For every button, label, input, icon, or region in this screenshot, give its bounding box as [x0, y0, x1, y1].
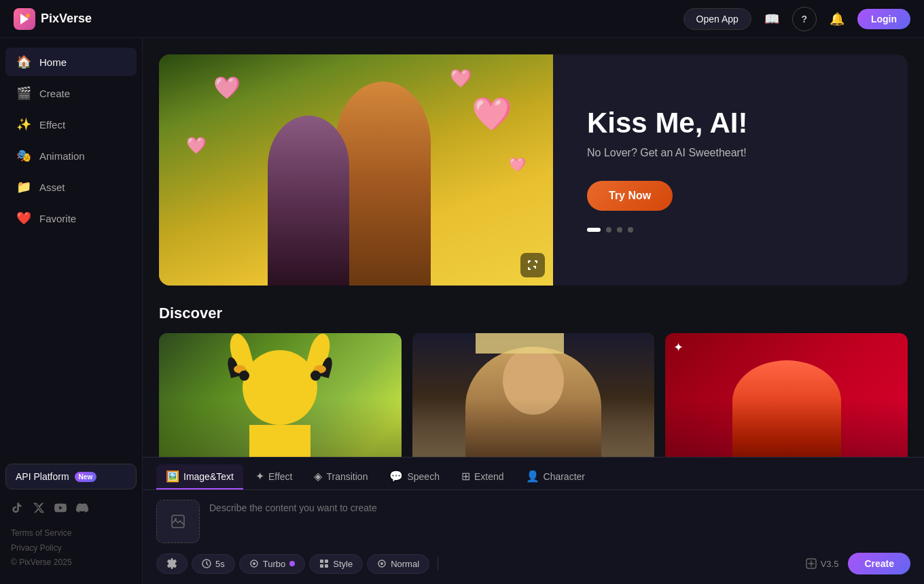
- home-icon: 🏠: [16, 54, 31, 69]
- dot-3[interactable]: [617, 227, 622, 233]
- create-panel: 🖼️ Image&Text ✦ Effect ◈ Transition 💬 Sp…: [143, 457, 924, 584]
- hero-subtitle: No Lover? Get an AI Sweetheart!: [587, 147, 874, 159]
- topnav-actions: Open App 📖 ? 🔔 Login: [683, 7, 910, 31]
- svg-point-6: [253, 562, 255, 565]
- discover-title: Discover: [159, 305, 908, 322]
- tab-image-text[interactable]: 🖼️ Image&Text: [156, 464, 243, 489]
- tab-character-label: Character: [544, 471, 585, 482]
- hero-banner: 🩷 🩷 🩷 🩷 🩷 Kiss Me, AI! No Lover? Get an …: [159, 54, 908, 286]
- hero-title: Kiss Me, AI!: [587, 107, 874, 139]
- svg-rect-9: [320, 564, 323, 568]
- sidebar-item-create[interactable]: 🎬 Create: [5, 79, 137, 107]
- sidebar-item-label: Favorite: [39, 213, 76, 224]
- turbo-label: Turbo: [263, 559, 285, 569]
- new-badge: New: [75, 472, 97, 482]
- discord-icon[interactable]: [76, 502, 88, 517]
- duration-label: 5s: [215, 559, 225, 569]
- effect-icon: ✨: [16, 117, 31, 132]
- sidebar-item-home[interactable]: 🏠 Home: [5, 48, 137, 76]
- turbo-button[interactable]: Turbo: [239, 554, 305, 574]
- sidebar-item-effect[interactable]: ✨ Effect: [5, 110, 137, 139]
- api-platform-label: API Platform: [16, 471, 69, 482]
- svg-rect-8: [325, 560, 328, 563]
- sidebar-item-favorite[interactable]: ❤️ Favorite: [5, 204, 137, 233]
- tab-effect[interactable]: ✦ Effect: [246, 464, 302, 489]
- privacy-link[interactable]: Privacy Policy: [11, 543, 62, 553]
- character-tab-icon: 👤: [526, 470, 539, 483]
- social-icons: [0, 495, 142, 523]
- create-button[interactable]: Create: [848, 553, 910, 574]
- tiktok-icon[interactable]: [11, 502, 23, 517]
- tab-speech-label: Speech: [407, 471, 439, 482]
- options-divider: [438, 557, 438, 570]
- notification-icon-button[interactable]: 🔔: [825, 7, 849, 31]
- asset-icon: 📁: [16, 179, 31, 194]
- effect-tab-icon: ✦: [255, 470, 264, 483]
- try-now-button[interactable]: Try Now: [587, 181, 673, 211]
- dot-4[interactable]: [628, 227, 633, 233]
- topnav: PixVerse Open App 📖 ? 🔔 Login: [0, 0, 924, 38]
- tab-transition[interactable]: ◈ Transition: [304, 464, 377, 489]
- svg-rect-10: [325, 564, 328, 568]
- svg-rect-7: [320, 560, 323, 563]
- style-label: Style: [333, 559, 353, 569]
- sidebar-item-label: Create: [39, 88, 70, 99]
- hero-text: Kiss Me, AI! No Lover? Get an AI Sweethe…: [553, 54, 908, 286]
- quality-button[interactable]: Normal: [367, 554, 429, 574]
- image-text-icon: 🖼️: [166, 470, 179, 483]
- book-icon-button[interactable]: 📖: [760, 7, 784, 31]
- create-text-input[interactable]: [209, 500, 910, 543]
- copyright: © PixVerse 2025: [11, 557, 72, 567]
- logo-icon: [14, 8, 35, 30]
- tab-effect-label: Effect: [268, 471, 293, 482]
- login-button[interactable]: Login: [857, 9, 910, 29]
- api-platform-button[interactable]: API Platform New: [5, 464, 137, 489]
- dots-indicator: [587, 227, 874, 233]
- create-icon: 🎬: [16, 86, 31, 101]
- twitter-icon[interactable]: [33, 502, 45, 517]
- help-icon-button[interactable]: ?: [792, 7, 817, 31]
- favorite-icon: ❤️: [16, 211, 31, 226]
- image-upload-button[interactable]: [156, 500, 200, 543]
- sidebar-item-label: Home: [39, 56, 67, 68]
- speech-tab-icon: 💬: [389, 470, 403, 483]
- version-label: V3.5: [806, 558, 839, 569]
- create-input-area: [143, 490, 924, 553]
- extend-tab-icon: ⊞: [461, 470, 470, 483]
- hero-image: 🩷 🩷 🩷 🩷 🩷: [159, 54, 553, 286]
- sidebar-item-animation[interactable]: 🎭 Animation: [5, 141, 137, 170]
- logo[interactable]: PixVerse: [14, 8, 683, 30]
- style-button[interactable]: Style: [309, 554, 363, 574]
- logo-text: PixVerse: [41, 12, 92, 26]
- sidebar-item-label: Animation: [39, 150, 85, 162]
- transition-tab-icon: ◈: [314, 470, 322, 483]
- tab-character[interactable]: 👤 Character: [516, 464, 594, 489]
- open-app-button[interactable]: Open App: [683, 8, 751, 30]
- tab-speech[interactable]: 💬 Speech: [380, 464, 448, 489]
- duration-button[interactable]: 5s: [192, 554, 235, 574]
- settings-button[interactable]: [156, 553, 188, 574]
- turbo-dot: [289, 561, 295, 566]
- fullscreen-button[interactable]: [520, 253, 545, 277]
- sidebar-item-asset[interactable]: 📁 Asset: [5, 173, 137, 201]
- youtube-icon[interactable]: [54, 502, 67, 517]
- sidebar: 🏠 Home 🎬 Create ✨ Effect 🎭 Animation 📁 A…: [0, 38, 143, 584]
- sidebar-item-label: Effect: [39, 119, 65, 131]
- terms-link[interactable]: Terms of Service: [11, 528, 71, 538]
- create-options: 5s Turbo Style Normal: [143, 553, 924, 584]
- tab-image-text-label: Image&Text: [183, 471, 234, 482]
- tab-transition-label: Transition: [326, 471, 368, 482]
- svg-point-1: [26, 14, 30, 18]
- quality-label: Normal: [391, 559, 419, 569]
- tab-extend[interactable]: ⊞ Extend: [452, 464, 514, 489]
- sidebar-item-label: Asset: [39, 182, 65, 193]
- dot-1[interactable]: [587, 228, 601, 232]
- sidebar-footer: Terms of Service Privacy Policy © PixVer…: [0, 523, 142, 576]
- dot-2[interactable]: [606, 227, 611, 233]
- version-text: V3.5: [821, 559, 839, 569]
- tab-extend-label: Extend: [474, 471, 504, 482]
- create-tabs: 🖼️ Image&Text ✦ Effect ◈ Transition 💬 Sp…: [143, 458, 924, 490]
- animation-icon: 🎭: [16, 148, 31, 163]
